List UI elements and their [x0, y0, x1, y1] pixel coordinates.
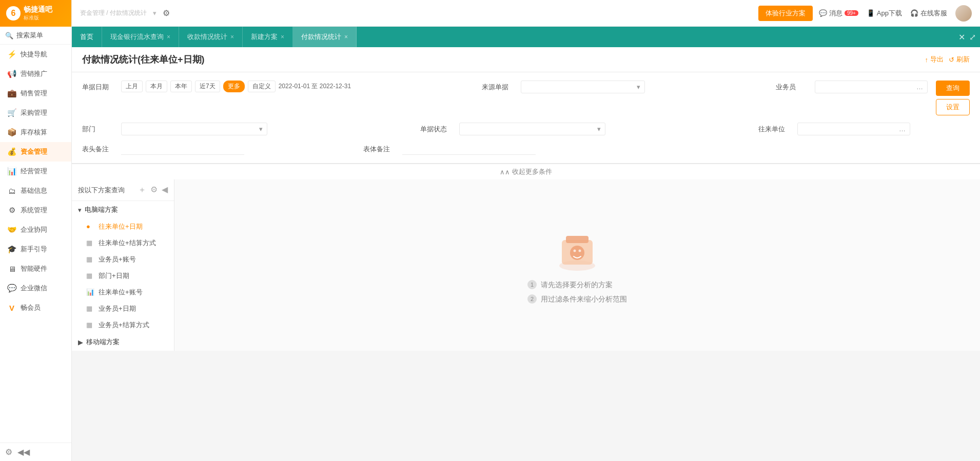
header-note-input[interactable]: [121, 143, 244, 155]
sidebar-item-base[interactable]: 🗂 基础信息: [0, 181, 71, 201]
action-buttons: 查询 设置: [936, 81, 970, 115]
scheme-item-partner-payment[interactable]: ▦ 往来单位+结算方式: [72, 235, 174, 251]
tab-expand-icon[interactable]: ⤢: [969, 32, 976, 42]
operation-icon: 📊: [7, 167, 16, 176]
logo-text-group: 畅捷通吧 标准版: [24, 5, 52, 22]
sidebar-item-quick-nav[interactable]: ⚡ 快捷导航: [0, 45, 71, 64]
scheme-item-salesman-payment[interactable]: ▦ 业务员+结算方式: [72, 317, 174, 333]
message-icon: 💬: [819, 9, 827, 17]
scheme-settings-icon[interactable]: ⚙: [150, 185, 158, 195]
app-download-label: App下载: [877, 9, 902, 18]
hardware-icon: 🖥: [7, 264, 16, 273]
date-btn-7days[interactable]: 近7天: [195, 81, 220, 92]
refresh-icon: ↺: [949, 56, 954, 64]
scheme-section-mobile[interactable]: ▶ 移动端方案: [72, 333, 174, 351]
sidebar-item-inventory[interactable]: 📦 库存核算: [0, 123, 71, 142]
query-btn[interactable]: 查询: [936, 81, 970, 96]
sidebar-item-marketing[interactable]: 📢 营销推广: [0, 64, 71, 84]
doc-status-select[interactable]: ▾: [459, 123, 605, 135]
search-icon: 🔍: [5, 32, 13, 39]
dept-select[interactable]: ▾: [121, 123, 267, 135]
scheme-item-label: 往来单位+结算方式: [99, 238, 156, 248]
date-btn-more[interactable]: 更多: [223, 81, 245, 92]
scheme-item-icon: ▦: [86, 272, 94, 280]
app-download-action[interactable]: 📱 App下载: [867, 9, 902, 18]
date-btn-this-month[interactable]: 本月: [146, 81, 167, 92]
scheme-header: 按以下方案查询 ＋ ⚙ ◀: [72, 179, 174, 201]
tab-receivable[interactable]: 收款情况统计 ×: [179, 27, 243, 47]
scheme-item-dept-date[interactable]: ▦ 部门+日期: [72, 268, 174, 284]
marketing-icon: 📢: [7, 69, 16, 78]
sidebar-item-system[interactable]: ⚙ 系统管理: [0, 201, 71, 220]
scheme-add-icon[interactable]: ＋: [138, 185, 146, 195]
scheme-section-desktop[interactable]: ▾ 电脑端方案: [72, 201, 174, 218]
sidebar-item-wechat[interactable]: 💬 企业微信: [0, 278, 71, 298]
scheme-item-partner-account[interactable]: 📊 往来单位+账号: [72, 284, 174, 300]
partner-dots[interactable]: …: [899, 125, 906, 133]
refresh-btn[interactable]: ↺ 刷新: [949, 55, 970, 64]
member-icon: V: [7, 303, 16, 312]
trial-btn[interactable]: 体验行业方案: [758, 6, 813, 21]
sidebar-item-guide[interactable]: 🎓 新手引导: [0, 239, 71, 259]
date-btn-custom[interactable]: 自定义: [248, 81, 276, 92]
search-label: 搜索菜单: [16, 31, 43, 40]
source-select[interactable]: ▾: [521, 81, 644, 93]
sidebar-search[interactable]: 🔍 搜索菜单: [0, 27, 71, 45]
date-btn-last-month[interactable]: 上月: [121, 81, 143, 92]
scheme-header-actions: ＋ ⚙ ◀: [138, 185, 168, 195]
page-actions: ↑ 导出 ↺ 刷新: [925, 55, 970, 64]
collapse-more-btn[interactable]: ∧∧ 收起更多条件: [72, 164, 980, 179]
export-btn[interactable]: ↑ 导出: [925, 55, 944, 64]
filter-section: 单据日期 上月 本月 本年 近7天 更多 自定义 2022-01-01 至 20…: [72, 72, 980, 179]
sidebar-item-member[interactable]: V 畅会员: [0, 298, 71, 317]
tab-close-all-icon[interactable]: ✕: [958, 32, 965, 42]
partner-label: 往来单位: [758, 123, 789, 134]
sidebar-item-operation[interactable]: 📊 经营管理: [0, 162, 71, 181]
header-note-label: 表头备注: [82, 143, 113, 154]
tab-receivable-close[interactable]: ×: [230, 33, 234, 41]
date-btn-this-year[interactable]: 本年: [170, 81, 192, 92]
sidebar-collapse-icon[interactable]: ◀◀: [17, 447, 30, 457]
tab-home[interactable]: 首页: [72, 27, 102, 47]
svg-point-4: [574, 249, 576, 252]
sidebar-item-label: 企业微信: [21, 284, 47, 293]
setting-btn[interactable]: 设置: [936, 99, 970, 115]
sidebar: 6 畅捷通吧 标准版 🔍 搜索菜单 ⚡ 快捷导航 📢 营销推广 💼 销售管理 🛒…: [0, 0, 72, 461]
online-service-action[interactable]: 🎧 在线客服: [910, 9, 947, 18]
tab-payment-stat[interactable]: 付款情况统计 ×: [293, 27, 357, 47]
sidebar-item-capital[interactable]: 💰 资金管理: [0, 142, 71, 162]
tab-cash-flow[interactable]: 现金银行流水查询 ×: [102, 27, 179, 47]
tab-cash-flow-label: 现金银行流水查询: [110, 32, 164, 42]
user-avatar[interactable]: [955, 5, 972, 22]
scheme-item-salesman-date[interactable]: ▦ 业务员+日期: [72, 300, 174, 317]
sidebar-item-sales[interactable]: 💼 销售管理: [0, 84, 71, 103]
scheme-collapse-icon[interactable]: ◀: [162, 185, 168, 195]
scheme-item-partner-date[interactable]: ● 往来单位+日期: [72, 218, 174, 235]
doc-status-dropdown-icon: ▾: [597, 125, 601, 133]
sidebar-item-enterprise[interactable]: 🤝 企业协同: [0, 220, 71, 239]
logo-icon: 6: [6, 6, 21, 21]
service-icon: 🎧: [910, 9, 918, 17]
message-badge: 99+: [845, 10, 858, 16]
tab-receivable-label: 收款情况统计: [187, 32, 227, 42]
partner-select[interactable]: …: [797, 123, 910, 135]
topbar-settings-icon[interactable]: ⚙: [163, 8, 170, 18]
filter-panel: 单据日期 上月 本月 本年 近7天 更多 自定义 2022-01-01 至 20…: [72, 72, 980, 164]
scheme-item-chart-icon: 📊: [86, 288, 94, 296]
sidebar-item-hardware[interactable]: 🖥 智能硬件: [0, 259, 71, 278]
salesman-select[interactable]: …: [815, 81, 928, 93]
wechat-icon: 💬: [7, 284, 16, 293]
body-note-input[interactable]: [402, 143, 536, 155]
tab-new-scheme[interactable]: 新建方案 ×: [243, 27, 293, 47]
topbar-dropdown-icon[interactable]: ▾: [153, 9, 156, 17]
tab-cash-flow-close[interactable]: ×: [167, 33, 170, 41]
tab-payment-stat-close[interactable]: ×: [344, 33, 348, 41]
scheme-item-salesman-account[interactable]: ▦ 业务员+账号: [72, 251, 174, 268]
sidebar-item-purchase[interactable]: 🛒 采购管理: [0, 103, 71, 123]
sidebar-settings-icon[interactable]: ⚙: [5, 447, 12, 457]
message-action[interactable]: 💬 消息 99+: [819, 9, 858, 18]
body-note-label: 表体备注: [363, 143, 394, 154]
tab-new-scheme-close[interactable]: ×: [281, 33, 284, 41]
guide-icon: 🎓: [7, 245, 16, 254]
salesman-dots[interactable]: …: [916, 83, 923, 91]
